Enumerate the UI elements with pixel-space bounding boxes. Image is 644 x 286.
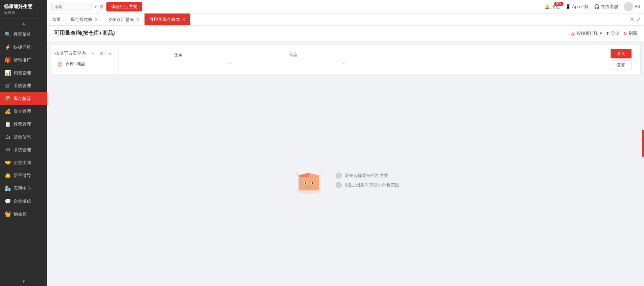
refresh-action[interactable]: ↻ 刷新 bbox=[623, 30, 637, 36]
tab-batch[interactable]: 库存批次账✕ bbox=[66, 14, 103, 25]
query-button[interactable]: 查询 bbox=[611, 49, 632, 58]
sidebar-item-label: 快捷导航 bbox=[14, 44, 31, 50]
sidebar-item-inventory[interactable]: 📦库存核算 bbox=[0, 92, 47, 105]
sidebar-scroll-down[interactable]: ▼ bbox=[0, 277, 47, 286]
chevron-down-icon[interactable]: ▾ bbox=[95, 4, 97, 9]
search-icon: 🔍 bbox=[5, 31, 11, 37]
svg-line-11 bbox=[320, 172, 322, 174]
sidebar-item-apps[interactable]: 🏪应用中心 bbox=[0, 182, 47, 195]
sidebar-item-label: 企业协同 bbox=[14, 160, 31, 166]
print-icon: 🖨 bbox=[570, 31, 575, 36]
member-icon: 👑 bbox=[5, 211, 11, 217]
sidebar-item-label: 销售管理 bbox=[14, 70, 31, 76]
sidebar-item-basic[interactable]: 🗂基础信息 bbox=[0, 131, 47, 144]
close-tab-button[interactable]: ✕ bbox=[630, 16, 634, 23]
main-content: ▾ ⚙ 体验行业方案 🔔 消息 99+ 📱 App下载 🎧 在线客服 Rit bbox=[47, 0, 644, 286]
filter-schemes: 按以下方案查询 ＋ ⊙ « ◎ 仓库+商品 bbox=[51, 45, 119, 74]
messages-button[interactable]: 🔔 消息 99+ bbox=[544, 4, 560, 10]
tab-home[interactable]: 首页 bbox=[47, 14, 66, 25]
guide-icon: 🌟 bbox=[5, 173, 11, 179]
sidebar-item-shortcut[interactable]: ⚡快捷导航 bbox=[0, 41, 47, 54]
tab-available[interactable]: 可用量库存账本✕ bbox=[145, 14, 190, 25]
filter-scheme-header: 按以下方案查询 ＋ ⊙ « bbox=[51, 48, 118, 58]
empty-state: 1 请先选择要分析的方案 2 用[过滤]条件来缩小分析范围 bbox=[47, 74, 644, 286]
purchase-icon: 🛒 bbox=[5, 83, 11, 89]
messages-badge: 99+ bbox=[554, 2, 563, 6]
app-download-label: App下载 bbox=[572, 4, 589, 10]
sidebar-item-label: 应用中心 bbox=[14, 185, 31, 191]
filter-field-warehouse: 仓库 ··· bbox=[124, 52, 232, 67]
sidebar-item-member[interactable]: 👑畅会员 bbox=[0, 208, 47, 220]
filter-fields: 仓库 ··· 商品 ··· 查询 设置 bbox=[119, 45, 640, 74]
tab-summary[interactable]: 收发存汇总表✕ bbox=[103, 14, 145, 25]
tab-close-summary[interactable]: ✕ bbox=[136, 17, 139, 22]
add-scheme-button[interactable]: ＋ bbox=[89, 50, 97, 57]
sidebar-item-sales[interactable]: 📊销售管理 bbox=[0, 67, 47, 79]
tip-num-1: 1 bbox=[336, 173, 342, 179]
sidebar-scroll-up[interactable]: ▲ bbox=[0, 19, 47, 28]
tab-close-batch[interactable]: ✕ bbox=[95, 17, 98, 22]
product-input-row: ··· bbox=[239, 59, 347, 67]
sidebar-item-search[interactable]: 🔍搜索菜单 bbox=[0, 28, 47, 41]
sidebar-item-label: 系统管理 bbox=[14, 147, 31, 153]
apps-icon: 🏪 bbox=[5, 185, 11, 191]
collapse-scheme-button[interactable]: « bbox=[107, 50, 114, 57]
edition-label: 标准版 bbox=[4, 10, 43, 15]
tip-text-2: 用[过滤]条件来缩小分析范围 bbox=[344, 182, 400, 188]
print-action[interactable]: 🖨 按模板打印 ▾ bbox=[570, 30, 602, 36]
avatar bbox=[624, 2, 633, 11]
sidebar-item-label: 经营管理 bbox=[14, 121, 31, 127]
settings-scheme-button[interactable]: ⊙ bbox=[98, 50, 105, 57]
print-label: 按模板打印 bbox=[576, 30, 598, 36]
product-more-icon[interactable]: ··· bbox=[343, 60, 347, 66]
warehouse-more-icon[interactable]: ··· bbox=[228, 60, 232, 66]
sidebar-item-system[interactable]: ⚙系统管理 bbox=[0, 144, 47, 156]
maximize-button[interactable]: ⤢ bbox=[636, 16, 641, 23]
scheme-item-icon: ◎ bbox=[58, 61, 62, 67]
export-label: 导出 bbox=[611, 30, 620, 36]
sidebar-item-finance[interactable]: 💰资金管理 bbox=[0, 105, 47, 118]
marketing-icon: 🎁 bbox=[5, 57, 11, 63]
online-service-button[interactable]: 🎧 在线客服 bbox=[594, 4, 618, 10]
empty-tip-2: 2 用[过滤]条件来缩小分析范围 bbox=[336, 182, 400, 188]
scheme-item-label: 仓库+商品 bbox=[65, 61, 85, 67]
sidebar-item-label: 库存核算 bbox=[14, 96, 31, 102]
user-avatar[interactable]: Rit bbox=[624, 2, 640, 11]
sidebar-item-label: 采购管理 bbox=[14, 83, 31, 89]
tab-close-available[interactable]: ✕ bbox=[182, 17, 185, 22]
search-input[interactable] bbox=[51, 3, 92, 10]
page-header-actions: 🖨 按模板打印 ▾ ⬆ 导出 ↻ 刷新 bbox=[570, 30, 637, 36]
svg-marker-2 bbox=[299, 173, 309, 177]
export-action[interactable]: ⬆ 导出 bbox=[606, 30, 620, 36]
filter-field-product: 商品 ··· bbox=[239, 52, 347, 67]
page-title: 可用量查询(按仓库+商品) bbox=[54, 30, 115, 37]
settings-button[interactable]: 设置 bbox=[610, 60, 632, 70]
trial-button[interactable]: 体验行业方案 bbox=[106, 2, 142, 11]
empty-illustration bbox=[292, 163, 326, 197]
sidebar-item-operations[interactable]: 📋经营管理 bbox=[0, 118, 47, 131]
page-header: 可用量查询(按仓库+商品) 🖨 按模板打印 ▾ ⬆ 导出 ↻ 刷新 bbox=[47, 26, 644, 41]
sidebar-item-purchase[interactable]: 🛒采购管理 bbox=[0, 79, 47, 92]
product-input[interactable] bbox=[239, 59, 341, 67]
username-label: Rit bbox=[635, 4, 640, 9]
warehouse-label: 仓库 bbox=[124, 52, 232, 58]
sales-icon: 📊 bbox=[5, 70, 11, 76]
sidebar-item-wechat[interactable]: 💬企业微信 bbox=[0, 195, 47, 208]
gear-icon[interactable]: ⚙ bbox=[99, 4, 104, 10]
sidebar-item-guide[interactable]: 🌟新手引导 bbox=[0, 169, 47, 182]
sidebar-item-label: 企业微信 bbox=[14, 198, 31, 204]
sidebar-item-marketing[interactable]: 🎁营销推广 bbox=[0, 54, 47, 67]
sidebar-item-label: 基础信息 bbox=[14, 134, 31, 140]
tab-label-home: 首页 bbox=[52, 17, 61, 23]
warehouse-input[interactable] bbox=[124, 59, 226, 67]
tip-num-2: 2 bbox=[336, 182, 342, 188]
tab-label-summary: 收发存汇总表 bbox=[108, 17, 134, 23]
export-icon: ⬆ bbox=[606, 31, 610, 36]
sidebar-item-label: 搜索菜单 bbox=[14, 31, 31, 37]
app-download-button[interactable]: 📱 App下载 bbox=[565, 4, 589, 10]
right-scrollbar[interactable] bbox=[642, 130, 644, 157]
sidebar-item-collab[interactable]: 🤝企业协同 bbox=[0, 156, 47, 169]
tab-label-batch: 库存批次账 bbox=[71, 17, 93, 23]
online-service-label: 在线客服 bbox=[601, 4, 618, 10]
scheme-item-warehouse-product[interactable]: ◎ 仓库+商品 bbox=[51, 58, 118, 70]
